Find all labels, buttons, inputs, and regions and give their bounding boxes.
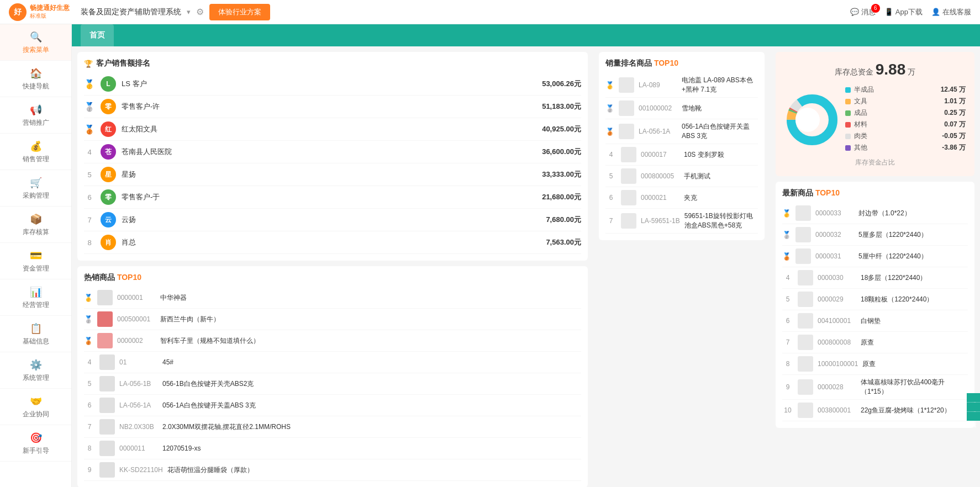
product-name: 12070519-xs [162,444,581,452]
dropdown-icon[interactable]: ▾ [187,8,191,16]
home-icon: 🏠 [30,67,42,80]
sales-product-row: 4 0000017 10S 变刹罗殺 [605,144,758,166]
sidebar-item-quick-nav[interactable]: 🏠 快捷导航 [0,61,71,97]
float-btn-live[interactable]: 直播 [967,412,980,421]
gear-icon[interactable]: ⚙ [196,7,204,17]
rank-number: 7 [84,216,95,224]
product-name: 056-1A白色按键开关盖ABS 3克 [162,401,581,410]
customer-ranking-title: 客户销售额排名 [96,59,150,68]
medal-icon: 🥇 [84,294,93,302]
float-btn-community[interactable]: 服务社区 [967,403,980,412]
customer-name: 星扬 [122,170,536,179]
sidebar-item-operations[interactable]: 📊 经营管理 [0,279,71,316]
sidebar-item-search[interactable]: 🔍 搜索菜单 [0,24,71,61]
medal-icon: 🥇 [782,209,791,218]
product-code: 0000002 [117,337,156,345]
newest-product-row: 5 0000029 18颗粒板（1220*2440） [782,289,968,310]
legend-item: 材料 0.07 万 [845,120,966,129]
rank-number: 5 [605,172,617,180]
sales-top-products-card: 销量排名商品 TOP10 🥇 LA-089 电池盖 LA-089 ABS本色+黑… [599,52,765,240]
newest-product-row: 🥇 0000033 封边带（1.0*22） [782,203,968,224]
medal-icon: 🥉 [84,337,93,345]
inventory-total-unit: 万 [908,67,915,76]
sales-product-row: 🥉 LA-056-1A 056-1A白色按键开关盖ABS 3克 [605,119,758,144]
legend-label: 成品 [854,108,941,118]
customer-amount: 7,563.00元 [546,237,581,247]
legend-label: 材料 [854,120,941,129]
product-name: 体城嘉核味苏打饮品400毫升（1*15） [861,378,968,396]
customer-name: 苍南县人民医院 [122,147,536,157]
legend-dot [845,134,851,139]
sales-product-row: 5 000800005 手机测试 [605,166,758,187]
float-btn-service[interactable]: 客服热线 [967,393,980,403]
message-button[interactable]: 💬 消息 6 [850,7,876,17]
sales-products-header: 销量排名商品 TOP10 [605,59,758,68]
tab-home[interactable]: 首页 [81,24,114,46]
sidebar-label-operations: 经营管理 [23,300,49,310]
customer-rank-row: 🥉 红 红太阳文具 40,925.00元 [84,118,581,141]
legend-dot [845,99,851,104]
hot-product-row: 7 NB2.0X30B 2.0X30MM双摆花轴,摆花直径2.1MM/ROHS [84,416,581,438]
online-service-button[interactable]: 👤 在线客服 [931,7,971,17]
rank-number: 8 [84,239,95,247]
hot-products-table: 🥇 0000001 中华神器 🥈 000500001 新西兰牛肉（新牛） 🥉 0… [84,287,581,481]
product-code: 0000032 [815,231,854,239]
basic-info-icon: 📋 [30,322,42,335]
newest-products-table: 🥇 0000033 封边带（1.0*22） 🥈 0000032 5厘多层（122… [782,203,968,421]
customer-name: 云扬 [122,215,540,225]
product-thumbnail [621,147,636,162]
enterprise-icon: 🤝 [30,395,42,407]
sidebar-item-sys-mgmt[interactable]: ⚙️ 系统管理 [0,352,71,389]
middle-section: 销量排名商品 TOP10 🥇 LA-089 电池盖 LA-089 ABS本色+黑… [593,46,770,487]
search-icon: 🔍 [30,31,42,43]
sidebar-item-basic-info[interactable]: 📋 基础信息 [0,316,71,352]
product-name: 雪地靴 [682,104,758,113]
product-code: 0000021 [641,194,679,202]
sidebar-item-enterprise[interactable]: 🤝 企业协同 [0,389,71,425]
product-code: 01 [119,358,158,366]
left-section: 🏆 客户销售额排名 🥇 L LS 客户 53,006.26元 🥈 零 零售客户-… [72,46,593,487]
sidebar-item-purchase[interactable]: 🛒 采购管理 [0,170,71,207]
trial-button[interactable]: 体验行业方案 [209,4,270,20]
customer-badge: 零 [101,99,116,114]
legend-dot [845,87,851,93]
sales-products-table: 🥇 LA-089 电池盖 LA-089 ABS本色+黑种 7.1克 🥈 0010… [605,73,758,234]
logo-icon: 好 [9,3,27,21]
customer-badge: 零 [101,189,116,205]
topbar-center: 装备及固定资产辅助管理系统 ▾ ⚙ 体验行业方案 [81,4,850,20]
app-download-button[interactable]: 📱 App下载 [884,7,923,17]
newest-product-row: 6 004100001 白钢垫 [782,310,968,332]
sidebar-label-purchase: 采购管理 [23,191,49,200]
rank-number: 7 [782,338,793,346]
legend-label: 其他 [854,143,939,152]
product-code: 0000033 [815,209,854,217]
sidebar-item-inventory[interactable]: 📦 库存核算 [0,207,71,243]
sidebar-item-finance[interactable]: 💳 资金管理 [0,243,71,279]
sales-icon: 💰 [30,140,42,152]
rank-number: 6 [84,401,95,409]
customer-rank-row: 6 零 零售客户-于 21,680.00元 [84,186,581,209]
hot-products-title: 热销商品 TOP10 [84,273,141,283]
operations-icon: 📊 [30,286,42,298]
sidebar-item-marketing[interactable]: 📢 营销推广 [0,97,71,134]
sidebar-item-sales[interactable]: 💰 销售管理 [0,134,71,170]
topbar-right: 💬 消息 6 📱 App下载 👤 在线客服 [850,7,971,17]
customer-amount: 36,600.00元 [542,147,581,157]
rank-number: 4 [605,151,617,158]
product-code: 0000001 [117,294,156,301]
rank-number: 4 [84,148,95,156]
legend-item: 成品 0.25 万 [845,108,966,118]
customer-badge: 红 [101,121,116,137]
customer-name: 红太阳文具 [122,124,536,134]
donut-chart [784,92,840,147]
legend-value: 0.25 万 [944,108,966,118]
customer-rank-row: 4 苍 苍南县人民医院 36,600.00元 [84,141,581,163]
sidebar-item-guide[interactable]: 🎯 新手引导 [0,425,71,462]
customer-amount: 7,680.00元 [546,215,581,225]
product-name: 智利车子里（规格不知道填什么） [160,336,581,346]
sales-product-row: 🥇 LA-089 电池盖 LA-089 ABS本色+黑种 7.1克 [605,73,758,98]
sidebar-label-inventory: 库存核算 [23,227,49,237]
product-thumbnail [798,379,813,395]
product-name: 22g鱼豆腐-烧烤味（1*12*20） [861,406,968,415]
product-code: LA-59651-1B [641,217,680,225]
